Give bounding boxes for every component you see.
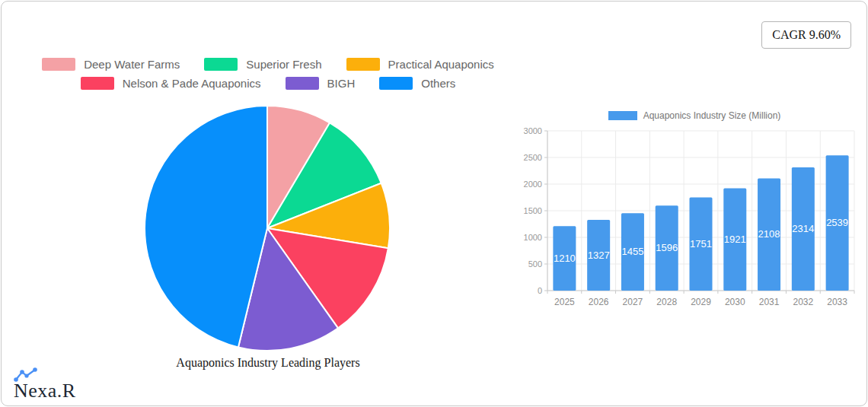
legend-swatch [204, 58, 238, 71]
x-tick-label: 2027 [623, 297, 643, 307]
legend-swatch [379, 77, 413, 90]
legend-swatch [346, 58, 380, 71]
x-tick-label: 2033 [827, 297, 847, 307]
legend-label: Nelson & Pade Aquaponics [123, 77, 261, 90]
bar-value-label: 1210 [554, 253, 576, 264]
pie-chart-section: Deep Water FarmsSuperior FreshPractical … [2, 2, 535, 406]
y-tick-label: 1000 [524, 233, 542, 242]
x-tick-label: 2029 [691, 297, 711, 307]
y-tick-label: 2500 [524, 153, 542, 162]
legend-swatch [81, 77, 114, 90]
bar-value-label: 1921 [724, 234, 746, 245]
bar-legend-swatch [608, 111, 637, 120]
legend-item-deep-water-farms[interactable]: Deep Water Farms [42, 58, 180, 71]
x-tick-label: 2030 [725, 297, 745, 307]
legend-item-practical-aquaponics[interactable]: Practical Aquaponics [346, 58, 494, 71]
legend-item-others[interactable]: Others [379, 77, 455, 90]
pie-legend-row: Nelson & Pade AquaponicsBIGHOthers [81, 77, 456, 90]
bar-value-label: 1596 [656, 242, 678, 253]
legend-swatch [42, 58, 75, 71]
legend-item-nelson-pade-aquaponics[interactable]: Nelson & Pade Aquaponics [81, 77, 261, 90]
pie-legend: Deep Water FarmsSuperior FreshPractical … [2, 58, 535, 90]
y-tick-label: 0 [538, 286, 542, 295]
logo-line-chart-icon [14, 367, 43, 383]
x-tick-label: 2025 [554, 297, 575, 307]
y-tick-label: 3000 [524, 126, 542, 135]
report-card: CAGR 9.60% Deep Water FarmsSuperior Fres… [1, 1, 867, 406]
bar-value-label: 1751 [690, 238, 712, 250]
legend-label: Practical Aquaponics [388, 58, 494, 71]
legend-label: Deep Water Farms [84, 58, 180, 71]
bar-value-label: 2539 [826, 217, 848, 228]
pie-chart [142, 103, 392, 353]
legend-label: BIGH [327, 77, 356, 90]
bar-legend-item[interactable]: Aquaponics Industry Size (Million) [523, 108, 866, 123]
x-tick-label: 2026 [589, 297, 609, 307]
bar-legend-label: Aquaponics Industry Size (Million) [643, 110, 781, 121]
legend-label: Superior Fresh [246, 58, 321, 71]
bar-value-label: 2314 [792, 223, 814, 234]
legend-swatch [286, 77, 319, 90]
y-tick-label: 1500 [524, 206, 542, 215]
logo: Nexa.R [12, 374, 76, 402]
pie-chart-title: Aquaponics Industry Leading Players [2, 356, 535, 370]
bar-chart-section: Aquaponics Industry Size (Million) 05001… [523, 108, 866, 329]
x-tick-label: 2032 [793, 297, 813, 307]
bar-value-label: 1455 [621, 246, 643, 257]
y-tick-label: 2000 [524, 180, 542, 189]
x-tick-label: 2031 [759, 297, 780, 307]
legend-item-bigh[interactable]: BIGH [286, 77, 356, 90]
x-tick-label: 2028 [656, 297, 677, 307]
pie-legend-row: Deep Water FarmsSuperior FreshPractical … [42, 58, 494, 71]
legend-label: Others [421, 77, 455, 90]
bar-value-label: 1327 [588, 250, 610, 261]
bar-chart: 0500100015002000250030001210202513272026… [523, 125, 866, 315]
y-tick-label: 500 [528, 259, 542, 269]
cagr-badge: CAGR 9.60% [761, 21, 851, 49]
bar-value-label: 2108 [758, 228, 780, 240]
legend-item-superior-fresh[interactable]: Superior Fresh [204, 58, 321, 71]
